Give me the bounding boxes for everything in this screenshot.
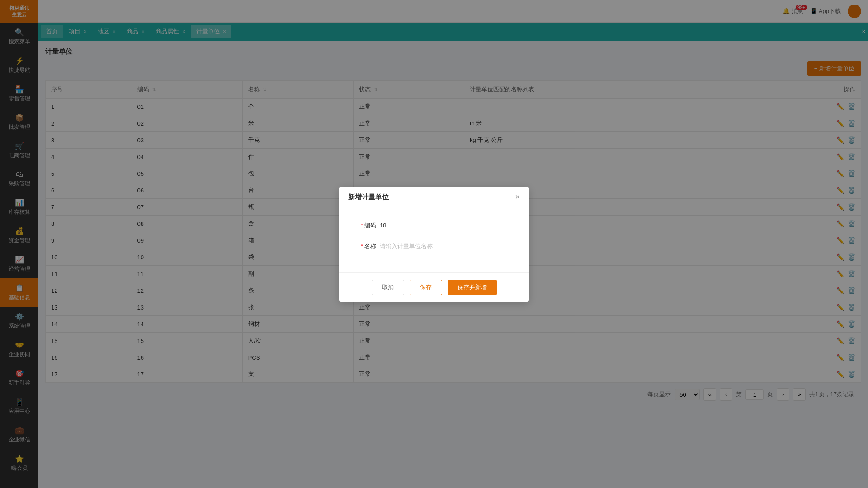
modal-body: 编码 名称	[339, 208, 529, 272]
modal-header: 新增计量单位 ×	[339, 187, 529, 208]
form-item-name: 名称	[353, 240, 515, 252]
modal-title: 新增计量单位	[348, 193, 389, 202]
modal-close-button[interactable]: ×	[515, 193, 520, 201]
cancel-button[interactable]: 取消	[372, 280, 404, 295]
add-unit-modal: 新增计量单位 × 编码 名称 取消 保存 保存并新增	[339, 187, 529, 302]
code-input[interactable]	[380, 220, 515, 231]
save-and-new-button[interactable]: 保存并新增	[448, 280, 497, 295]
code-label: 编码	[353, 221, 380, 230]
modal-footer: 取消 保存 保存并新增	[339, 272, 529, 302]
modal-overlay: 新增计量单位 × 编码 名称 取消 保存 保存并新增	[0, 0, 868, 488]
name-input[interactable]	[380, 240, 515, 252]
form-item-code: 编码	[353, 220, 515, 231]
name-label: 名称	[353, 242, 380, 250]
save-button[interactable]: 保存	[410, 280, 442, 295]
